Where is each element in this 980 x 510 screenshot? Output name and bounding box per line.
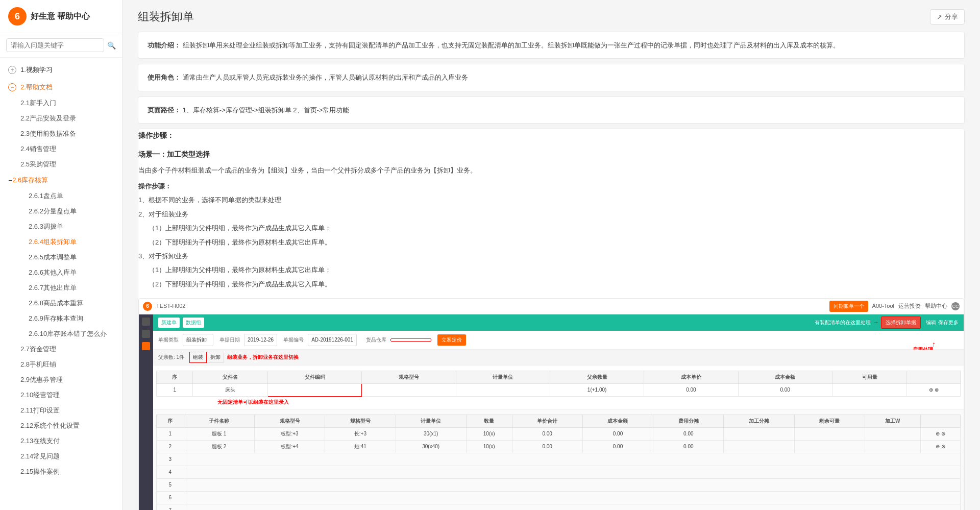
search-input[interactable] <box>6 38 104 52</box>
form-type-input[interactable]: 组装拆卸 <box>183 334 213 346</box>
icon-strip-2 <box>142 330 150 338</box>
sidebar-item-cost-recalc[interactable]: 2.6.8商品成本重算 <box>0 296 122 311</box>
role-text: 通常由生产人员或库管人员完成拆装业务的操作，库管人员确认原材料的出库和产成品的入… <box>183 74 468 81</box>
sidebar-label-inventory: 2.6库存核算 <box>12 176 48 185</box>
lcell-unit-1: 30(x1) <box>396 428 466 441</box>
col-seq: 序 <box>157 371 193 384</box>
sidebar-item-newcomer[interactable]: 2.1新手入门 <box>0 95 122 111</box>
lcell-fee-1: 0.00 <box>653 428 724 441</box>
sidebar-label-help-docs: 2.帮助文档 <box>20 83 53 92</box>
lcell-pw-2 <box>865 441 921 453</box>
sidebar-item-payment[interactable]: 2.13在线支付 <box>0 433 122 449</box>
sidebar-item-mobile[interactable]: 2.8手机旺铺 <box>0 357 122 372</box>
sidebar-item-install[interactable]: 2.2产品安装及登录 <box>0 111 122 126</box>
col-cost-amount: 成本金额 <box>738 371 832 384</box>
sidebar-item-inventory-book[interactable]: 2.6.9库存账本查询 <box>0 311 122 326</box>
nav-section-video: + 1.视频学习 <box>0 62 122 78</box>
type-disassembly-btn[interactable]: 拆卸 <box>207 352 224 363</box>
sidebar-item-other-in[interactable]: 2.6.6其他入库单 <box>0 265 122 280</box>
sidebar-item-purchase[interactable]: 2.5采购管理 <box>0 157 122 172</box>
icon-strip-active <box>142 342 150 350</box>
path-label: 页面路径： <box>148 106 181 114</box>
lcell-empty-4 <box>184 466 960 479</box>
form-date-input[interactable]: 2019-12-26 <box>244 334 277 346</box>
sidebar-item-help-docs[interactable]: − 2.帮助文档 <box>0 79 122 95</box>
lcell-seq-5: 5 <box>157 479 184 492</box>
sidebar-item-transfer[interactable]: 2.6.3调拨单 <box>0 219 122 234</box>
col-qty: 父亲数量 <box>550 371 644 384</box>
form-warehouse-input[interactable] <box>390 338 431 342</box>
cell-cprice-1: 0.00 <box>644 384 738 397</box>
col-spec: 规格型号 <box>362 371 456 384</box>
screenshot-tab-data[interactable]: 数据组 <box>183 318 204 328</box>
step2: 2、对于组装业务 <box>138 208 964 220</box>
col-avail: 可用量 <box>832 371 907 384</box>
sidebar-item-sales[interactable]: 2.4销售管理 <box>0 141 122 157</box>
ops-steps-title: 操作步骤： <box>138 180 964 192</box>
sidebar-item-stocktake[interactable]: 2.6.1盘点单 <box>0 188 122 204</box>
screenshot-logo: 6 <box>143 302 152 311</box>
sidebar-item-finance[interactable]: 2.7资金管理 <box>0 342 122 357</box>
col-parent-name: 父件名 <box>193 371 268 384</box>
screenshot-header-left: 新建单 数据组 <box>158 318 204 328</box>
sidebar-item-cost-adjust[interactable]: 2.6.5成本调整单 <box>0 250 122 265</box>
func-intro-block: 功能介绍： 组装拆卸单用来处理企业组装或拆卸等加工业务，支持有固定装配清单的产品… <box>138 32 965 59</box>
scene1-desc: 当由多个子件材料组装成一个成品的业务为【组装】业务，当由一个父件拆分成多个子产品… <box>138 164 964 176</box>
func-intro-label: 功能介绍： <box>148 41 181 49</box>
lcell-name-2: 腿板 2 <box>184 441 254 453</box>
screenshot-save-btn[interactable]: 保存更多 <box>938 318 959 327</box>
lcell-empty-3 <box>184 453 960 466</box>
sidebar-item-inventory[interactable]: − 2.6库存核算 <box>0 172 122 188</box>
lower-items-table: 序 子件名称 规格型号 规格型号 计量单位 数量 单价合计 成本金额 <box>156 415 961 510</box>
lcell-seq-4: 4 <box>157 466 184 479</box>
path-text: 1、库存核算->库存管理->组装拆卸单 2、首页->常用功能 <box>183 106 350 114</box>
screenshot-bom-btn[interactable]: 选择拆卸单据 <box>881 317 921 329</box>
lower-row-2: 2 腿板 2 板型:+4 短:41 30(x40) 10(x) 0.00 0.0… <box>157 441 961 453</box>
step2-1: （1）上部明细为父件明细，最终作为产成品生成其它入库单； <box>138 222 964 234</box>
sidebar: 6 好生意 帮助中心 🔍 + 1.视频学习 − 2.帮助文档 2.1新手入门 2… <box>0 0 122 510</box>
screenshot-tab-new[interactable]: 新建单 <box>158 318 180 328</box>
inventory-minus-icon: − <box>8 176 12 184</box>
sidebar-item-data-prep[interactable]: 2.3使用前数据准备 <box>0 126 122 141</box>
sidebar-item-other-out[interactable]: 2.6.7其他出库单 <box>0 280 122 296</box>
type-assembly-btn[interactable]: 组装 <box>189 352 207 363</box>
sidebar-item-cases[interactable]: 2.15操作案例 <box>0 464 122 479</box>
step3-2: （2）下部明细为子件明细，最终作为产成品生成其它入库单。 <box>138 278 964 290</box>
screenshot-user-avatar: CC <box>951 302 960 310</box>
screenshot-form-area: 新建单 数据组 有装配清单的在这里处理 → 选择拆卸单据 编辑 保存更多 <box>153 314 964 510</box>
cell-code-1[interactable] <box>268 384 362 397</box>
sidebar-item-coupon[interactable]: 2.9优惠券管理 <box>0 372 122 387</box>
sidebar-logo: 6 好生意 帮助中心 <box>0 0 122 33</box>
search-button[interactable]: 🔍 <box>107 41 116 50</box>
role-label: 使用角色： <box>148 74 181 81</box>
lcell-qty-2: 10(x) <box>466 441 512 453</box>
share-icon: ↗ <box>937 13 942 21</box>
form-no-input[interactable]: AD-20191226-001 <box>308 334 357 346</box>
content-body: 功能介绍： 组装拆卸单用来处理企业组装或拆卸等加工业务，支持有固定装配清单的产品… <box>122 32 980 510</box>
sidebar-item-system[interactable]: 2.12系统个性化设置 <box>0 418 122 433</box>
scene1-title: 场景一：加工类型选择 <box>138 148 964 161</box>
func-intro-text: 组装拆卸单用来处理企业组装或拆卸等加工业务，支持有固定装配清单的产品加工业务，也… <box>183 41 840 49</box>
share-button[interactable]: ↗ 分享 <box>930 9 965 25</box>
sidebar-item-faq[interactable]: 2.14常见问题 <box>0 449 122 464</box>
form-confirm-btn[interactable]: 立案定价 <box>437 334 466 346</box>
lcell-fee-2: 0.00 <box>653 441 724 453</box>
col-actions <box>907 371 961 384</box>
sidebar-item-video-learning[interactable]: + 1.视频学习 <box>0 62 122 78</box>
form-date-label: 单据日期 <box>219 335 240 345</box>
step1: 1、根据不同的业务，选择不同单据的类型来处理 <box>138 194 964 206</box>
screenshot-btn-billing[interactable]: 同期账单一个 <box>829 301 868 312</box>
nav-section-help-docs: − 2.帮助文档 2.1新手入门 2.2产品安装及登录 2.3使用前数据准备 2… <box>0 79 122 479</box>
sidebar-item-inventory-error[interactable]: 2.6.10库存账本错了怎么办 <box>0 326 122 342</box>
sidebar-item-print[interactable]: 2.11打印设置 <box>0 403 122 418</box>
lcol-cost: 成本金额 <box>582 415 653 428</box>
main-header: 组装拆卸单 ↗ 分享 <box>122 0 980 32</box>
screenshot-upper-table: 序 父件名 父件编码 规格型号 计量单位 父亲数量 成本单价 成本金额 <box>153 366 964 409</box>
lcell-uptotal-1: 0.00 <box>512 428 582 441</box>
sidebar-search: 🔍 <box>0 33 122 58</box>
sidebar-item-split-stocktake[interactable]: 2.6.2分量盘点单 <box>0 204 122 219</box>
sidebar-item-assembly[interactable]: 2.6.4组装拆卸单 <box>0 234 122 250</box>
screenshot-lower-table: 序 子件名称 规格型号 规格型号 计量单位 数量 单价合计 成本金额 <box>153 409 964 510</box>
sidebar-item-operations[interactable]: 2.10经营管理 <box>0 387 122 403</box>
screenshot-edit-btn[interactable]: 编辑 <box>926 318 936 327</box>
